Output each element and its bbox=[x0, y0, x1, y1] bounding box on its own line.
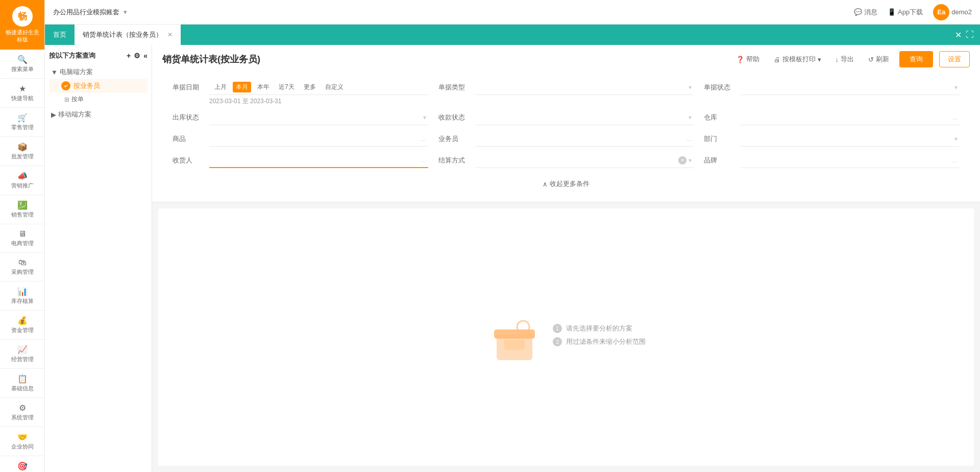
scheme-group-desktop-header[interactable]: ▼ 电脑端方案 bbox=[49, 65, 148, 79]
out-status-field[interactable]: ▾ bbox=[209, 110, 428, 125]
sidebar-item-system[interactable]: ⚙ 系统管理 bbox=[0, 398, 44, 427]
filter-cell-recipient: 收货人 ... bbox=[173, 153, 428, 168]
scheme-sub-by-order[interactable]: ⊞ 按单 bbox=[49, 93, 148, 106]
tab-fullscreen-icon[interactable]: ⛶ bbox=[966, 30, 974, 39]
brand-field[interactable]: ... bbox=[741, 153, 960, 168]
recipient-more-icon[interactable]: ... bbox=[421, 156, 426, 163]
warehouse-label: 仓库 bbox=[704, 113, 741, 122]
settlement-clear-icon[interactable]: ✕ bbox=[678, 156, 687, 164]
topbar: 办公用品行业模拟账套 ▾ 💬 消息 📱 App下载 Ea demo2 bbox=[45, 0, 980, 25]
doc-status-field[interactable]: ▾ bbox=[741, 80, 960, 95]
workspace-dropdown-icon[interactable]: ▾ bbox=[124, 8, 127, 16]
help-icon: ❓ bbox=[736, 56, 744, 63]
tab-close-icon[interactable]: ✕ bbox=[167, 31, 173, 38]
scheme-group-desktop: ▼ 电脑端方案 按业务员 ⊞ 按单 bbox=[49, 65, 148, 106]
scheme-item-by-salesperson[interactable]: 按业务员 bbox=[49, 79, 148, 93]
newbie-icon: 🎯 bbox=[2, 461, 42, 471]
filter-row-1: 单据日期 上月 本月 本年 近7天 更多 自定义 bbox=[173, 80, 960, 95]
sidebar-item-marketing[interactable]: 📣 营销推广 bbox=[0, 166, 44, 195]
sidebar-item-ecommerce[interactable]: 🖥 电商管理 bbox=[0, 224, 44, 253]
left-panel-header: 按以下方案查询 + ⚙ « bbox=[49, 51, 148, 60]
sidebar-item-purchase-label: 采购管理 bbox=[2, 268, 42, 276]
tab-home[interactable]: 首页 bbox=[45, 25, 75, 45]
settings-button[interactable]: 设置 bbox=[939, 51, 970, 67]
filter-cell-department: 部门 ▾ bbox=[704, 131, 960, 147]
date-tab-more[interactable]: 更多 bbox=[301, 82, 319, 92]
sidebar-item-finance[interactable]: 💰 资金管理 bbox=[0, 311, 44, 340]
user-menu[interactable]: Ea demo2 bbox=[933, 4, 972, 20]
print-dropdown-icon: ▾ bbox=[818, 56, 821, 63]
sidebar-item-operation[interactable]: 📈 经营管理 bbox=[0, 340, 44, 369]
salesperson-field[interactable]: ... bbox=[475, 131, 694, 147]
collapse-icon: ∧ bbox=[543, 180, 548, 188]
settings-scheme-icon[interactable]: ⚙ bbox=[134, 52, 140, 60]
empty-hint-2: 2 用过滤条件来缩小分析范围 bbox=[553, 337, 646, 346]
warehouse-field[interactable]: ... bbox=[741, 110, 960, 125]
salesperson-label: 业务员 bbox=[438, 134, 475, 144]
date-tab-this-year[interactable]: 本年 bbox=[254, 82, 273, 92]
date-tab-this-month[interactable]: 本月 bbox=[233, 82, 251, 92]
scheme-group-mobile-label: 移动端方案 bbox=[58, 110, 91, 119]
message-btn[interactable]: 💬 消息 bbox=[854, 8, 877, 17]
goods-field[interactable]: ... bbox=[209, 131, 428, 147]
query-button[interactable]: 查询 bbox=[899, 51, 933, 67]
sidebar-item-purchase[interactable]: 🛍 采购管理 bbox=[0, 253, 44, 281]
filter-cell-settlement: 结算方式 ✕ ▾ bbox=[438, 153, 694, 168]
date-tab-last-month[interactable]: 上月 bbox=[211, 82, 230, 92]
receipt-status-field[interactable]: ▾ bbox=[475, 110, 694, 125]
inventory-icon: 📊 bbox=[2, 287, 42, 296]
settlement-field[interactable]: ✕ ▾ bbox=[475, 153, 694, 168]
department-dropdown-icon: ▾ bbox=[954, 135, 958, 143]
sidebar-item-sales[interactable]: 💹 销售管理 bbox=[0, 195, 44, 224]
sidebar-item-enterprise[interactable]: 🤝 企业协同 bbox=[0, 427, 44, 456]
add-scheme-icon[interactable]: + bbox=[127, 52, 131, 60]
hint-num-1: 1 bbox=[553, 324, 562, 333]
scheme-active-icon bbox=[61, 81, 70, 90]
sidebar-item-basic[interactable]: 📋 基础信息 bbox=[0, 369, 44, 398]
collapse-panel-icon[interactable]: « bbox=[143, 52, 148, 60]
page-title-row: 销货单统计表(按业务员) ❓ 帮助 🖨 按模板打印 ▾ ↓ bbox=[162, 51, 970, 67]
department-field[interactable]: ▾ bbox=[741, 131, 960, 147]
sidebar-item-retail[interactable]: 🛒 零售管理 bbox=[0, 108, 44, 137]
date-tab-custom[interactable]: 自定义 bbox=[322, 82, 347, 92]
help-btn[interactable]: ❓ 帮助 bbox=[732, 53, 764, 66]
recipient-label: 收货人 bbox=[173, 156, 209, 165]
print-btn[interactable]: 🖨 按模板打印 ▾ bbox=[770, 53, 825, 66]
content-area: 按以下方案查询 + ⚙ « ▼ 电脑端方案 按业务员 bbox=[45, 45, 980, 472]
tab-sales-stat[interactable]: 销货单统计表（按业务员） ✕ bbox=[75, 25, 181, 45]
sidebar-item-shortcut[interactable]: ★ 快捷导航 bbox=[0, 79, 44, 108]
app-download-btn[interactable]: 📱 App下载 bbox=[888, 8, 923, 17]
sidebar-item-search[interactable]: 🔍 搜索菜单 bbox=[0, 50, 44, 79]
salesperson-more-icon[interactable]: ... bbox=[687, 135, 692, 143]
sidebar-item-wholesale[interactable]: 📦 批发管理 bbox=[0, 137, 44, 166]
filter-row-4: 收货人 ... 结算方式 ✕ ▾ bbox=[173, 153, 960, 168]
tab-home-label: 首页 bbox=[53, 30, 66, 39]
date-tab-7days[interactable]: 近7天 bbox=[276, 82, 298, 92]
refresh-btn[interactable]: ↺ 刷新 bbox=[864, 53, 893, 66]
logo-area[interactable]: 畅 畅捷通好生意标版 bbox=[0, 0, 44, 50]
export-label: 导出 bbox=[841, 55, 854, 64]
sidebar-item-system-label: 系统管理 bbox=[2, 414, 42, 421]
export-btn[interactable]: ↓ 导出 bbox=[831, 53, 859, 66]
workspace-title: 办公用品行业模拟账套 bbox=[53, 8, 119, 17]
collapse-label: 收起更多条件 bbox=[550, 179, 590, 188]
sidebar-item-inventory[interactable]: 📊 库存核算 bbox=[0, 281, 44, 311]
export-icon: ↓ bbox=[836, 56, 839, 63]
sidebar-item-newbie[interactable]: 🎯 新手引导 bbox=[0, 456, 44, 472]
hint-num-2: 2 bbox=[553, 337, 562, 346]
tab-close-all-icon[interactable]: ✕ bbox=[955, 30, 962, 40]
collapse-btn[interactable]: ∧ 收起更多条件 bbox=[536, 177, 596, 191]
filter-cell-doc-status: 单据状态 ▾ bbox=[704, 80, 960, 95]
goods-more-icon[interactable]: ... bbox=[421, 135, 426, 143]
filter-row-3: 商品 ... 业务员 ... bbox=[173, 131, 960, 147]
doc-type-field[interactable]: ▾ bbox=[475, 80, 694, 95]
scheme-group-mobile-header[interactable]: ▶ 移动端方案 bbox=[49, 108, 148, 121]
warehouse-more-icon[interactable]: ... bbox=[952, 114, 958, 121]
avatar-text: Ea bbox=[937, 8, 945, 16]
settlement-dropdown-icon: ▾ bbox=[689, 157, 692, 164]
recipient-input[interactable] bbox=[211, 156, 419, 164]
basic-icon: 📋 bbox=[2, 374, 42, 384]
sidebar-item-inventory-label: 库存核算 bbox=[2, 297, 42, 305]
user-name: demo2 bbox=[951, 8, 972, 16]
brand-more-icon[interactable]: ... bbox=[952, 157, 958, 164]
